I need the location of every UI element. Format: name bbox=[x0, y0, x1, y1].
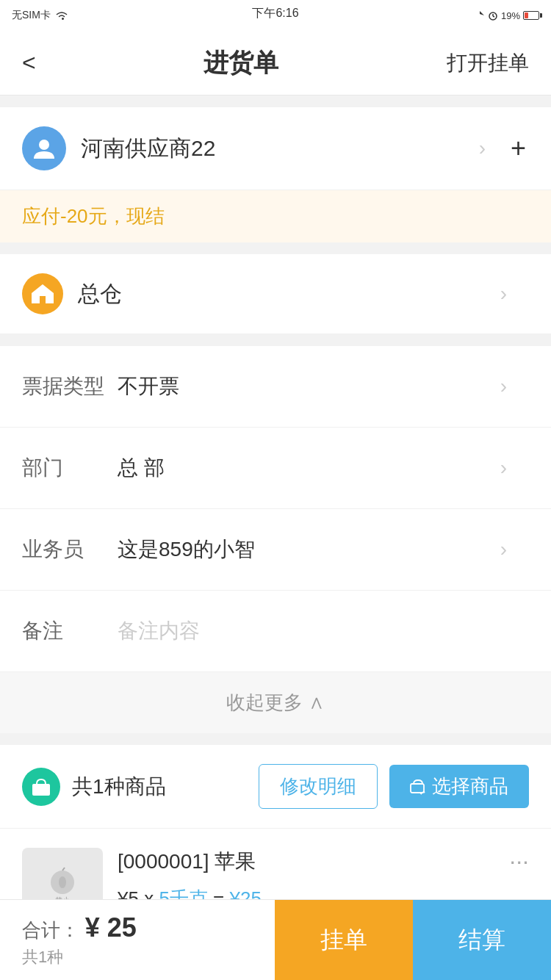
cart-icon bbox=[410, 779, 426, 795]
total-amount: ¥ 25 bbox=[85, 912, 137, 943]
svg-line-2 bbox=[493, 16, 494, 17]
remark-label: 备注 bbox=[22, 617, 118, 645]
house-icon bbox=[30, 283, 55, 305]
page-title: 进货单 bbox=[204, 46, 278, 80]
svg-rect-4 bbox=[40, 296, 46, 303]
warehouse-chevron-icon: › bbox=[500, 282, 507, 306]
section-gap-2 bbox=[0, 242, 551, 254]
svg-line-11 bbox=[62, 868, 65, 871]
product-count-text: 共1种商品 bbox=[72, 773, 259, 801]
back-button[interactable]: < bbox=[22, 49, 36, 76]
product-title: [0000001] 苹果 bbox=[118, 848, 494, 876]
product-count-icon bbox=[22, 768, 60, 806]
collapse-more-button[interactable]: 收起更多 ∧ bbox=[0, 672, 551, 733]
status-left: 无SIM卡 bbox=[12, 9, 68, 22]
section-gap-1 bbox=[0, 96, 551, 107]
location-icon bbox=[475, 10, 485, 21]
svg-rect-6 bbox=[411, 784, 424, 793]
open-hang-button[interactable]: 打开挂单 bbox=[447, 49, 529, 77]
warehouse-section: 总仓 › bbox=[0, 254, 551, 334]
hang-button[interactable]: 挂单 bbox=[275, 900, 413, 981]
edit-detail-button[interactable]: 修改明细 bbox=[259, 764, 378, 809]
supplier-avatar bbox=[22, 126, 66, 170]
remark-value[interactable]: 备注内容 bbox=[118, 617, 529, 645]
form-section: 票据类型 不开票 › 部门 总 部 › 业务员 这是859的小智 › 备注 备注… bbox=[0, 346, 551, 672]
supplier-chevron-icon: › bbox=[479, 137, 486, 160]
status-time: 下午6:16 bbox=[252, 6, 298, 21]
carrier-text: 无SIM卡 bbox=[12, 9, 51, 22]
status-bar: 无SIM卡 下午6:16 19% bbox=[0, 0, 551, 31]
salesperson-value: 这是859的小智 bbox=[118, 536, 500, 563]
total-count: 共1种 bbox=[22, 946, 253, 968]
status-right: 19% bbox=[475, 10, 539, 21]
battery-icon bbox=[523, 11, 539, 20]
select-product-button[interactable]: 选择商品 bbox=[389, 765, 529, 808]
salesperson-row[interactable]: 业务员 这是859的小智 › bbox=[0, 509, 551, 591]
supplier-name: 河南供应商22 bbox=[81, 134, 479, 164]
more-options-button[interactable]: ··· bbox=[509, 848, 529, 875]
shopping-bag-icon bbox=[29, 777, 53, 797]
svg-rect-5 bbox=[32, 784, 50, 796]
warehouse-name: 总仓 bbox=[78, 279, 500, 309]
total-label: 合计： bbox=[22, 919, 79, 941]
select-product-label: 选择商品 bbox=[432, 774, 508, 799]
alarm-icon bbox=[488, 10, 498, 21]
bottom-bar: 合计： ¥ 25 共1种 挂单 结算 bbox=[0, 899, 551, 980]
warehouse-icon bbox=[22, 273, 63, 314]
salesperson-chevron-icon: › bbox=[500, 538, 507, 561]
supplier-notice: 应付-20元，现结 bbox=[0, 190, 551, 242]
supplier-row[interactable]: 河南供应商22 › + bbox=[0, 107, 551, 190]
total-line: 合计： ¥ 25 bbox=[22, 912, 253, 943]
ticket-type-label: 票据类型 bbox=[22, 372, 118, 400]
person-icon bbox=[31, 135, 57, 162]
total-section: 合计： ¥ 25 共1种 bbox=[0, 912, 275, 968]
ticket-type-row[interactable]: 票据类型 不开票 › bbox=[0, 346, 551, 428]
svg-point-10 bbox=[59, 876, 66, 888]
ticket-type-chevron-icon: › bbox=[500, 375, 507, 398]
warehouse-row[interactable]: 总仓 › bbox=[0, 254, 551, 334]
department-value: 总 部 bbox=[118, 454, 500, 482]
svg-point-3 bbox=[39, 140, 49, 150]
wifi-icon bbox=[55, 10, 68, 21]
section-gap-4 bbox=[0, 733, 551, 745]
department-label: 部门 bbox=[22, 454, 118, 482]
nav-bar: < 进货单 打开挂单 bbox=[0, 31, 551, 96]
checkout-button[interactable]: 结算 bbox=[413, 900, 551, 981]
remark-row[interactable]: 备注 备注内容 bbox=[0, 591, 551, 672]
salesperson-label: 业务员 bbox=[22, 536, 118, 563]
battery-percent: 19% bbox=[501, 10, 520, 21]
add-supplier-button[interactable]: + bbox=[508, 133, 529, 164]
department-chevron-icon: › bbox=[500, 456, 507, 480]
ticket-type-value: 不开票 bbox=[118, 372, 500, 400]
department-row[interactable]: 部门 总 部 › bbox=[0, 428, 551, 509]
supplier-section: 河南供应商22 › + 应付-20元，现结 bbox=[0, 107, 551, 242]
product-header: 共1种商品 修改明细 选择商品 bbox=[0, 745, 551, 829]
section-gap-3 bbox=[0, 334, 551, 346]
